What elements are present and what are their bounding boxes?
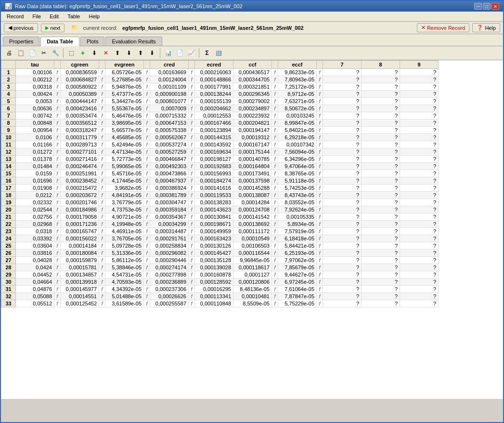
cell-evgreen[interactable]: 5,42494e-05 — [105, 141, 144, 148]
cell-eccf[interactable]: 9,47064e-05 — [278, 163, 317, 170]
cell-tau[interactable]: 0,01696 — [16, 177, 54, 185]
cell-cred[interactable]: 0,000296082 — [150, 250, 189, 257]
cell-evgreen[interactable]: 5,99065e-05 — [105, 163, 144, 170]
cell-evgreen[interactable]: 5,31336e-05 — [105, 250, 144, 257]
cell-8[interactable]: ? — [362, 134, 400, 141]
cell-eccf[interactable]: 8,9712e-05 — [278, 91, 317, 98]
cell-8[interactable]: ? — [362, 264, 400, 271]
cell-evgreen[interactable]: 5,55367e-05 — [105, 105, 144, 112]
cell-8[interactable]: ? — [362, 199, 400, 206]
cell-eccf[interactable]: 8,50672e-05 — [278, 105, 317, 112]
cell-7[interactable]: ? — [323, 278, 362, 286]
cell-9[interactable]: ? — [400, 221, 439, 228]
cell-eccf[interactable]: 7,25172e-05 — [278, 83, 317, 91]
cell-ccf[interactable]: 0,00106503 — [233, 242, 272, 250]
select-icon[interactable]: ⬚ — [66, 48, 77, 58]
cell-ecred[interactable]: 0,000156993 — [195, 170, 233, 177]
table-row[interactable]: 300,04664f0,000139918f4,70593e-05f0,0002… — [1, 278, 439, 286]
cell-ccf[interactable]: 0,000116544 — [233, 250, 272, 257]
cell-cgreen[interactable]: 0,000184986 — [61, 206, 99, 213]
cell-cgreen[interactable]: 0,000134857 — [61, 271, 99, 278]
cell-cgreen[interactable]: 0,000353474 — [61, 112, 99, 119]
cell-8[interactable]: ? — [362, 228, 400, 235]
cell-7[interactable]: ? — [323, 257, 362, 264]
cell-cred[interactable]: 0,000467937 — [150, 177, 189, 185]
chart-icon[interactable]: 📊 — [163, 48, 173, 58]
cell-cred[interactable]: 0,000492303 — [150, 163, 189, 170]
cell-tau[interactable]: 0,01166 — [16, 141, 54, 148]
cell-evgreen[interactable]: 3,61589e-05 — [105, 300, 144, 307]
cell-8[interactable]: ? — [362, 148, 400, 156]
cell-ccf[interactable]: 0,000223932 — [233, 112, 272, 119]
cell-evgreen[interactable]: 5,45716e-05 — [105, 170, 144, 177]
remove-record-button[interactable]: ✕ Remove Record — [417, 23, 469, 32]
cell-tau[interactable]: 0,03816 — [16, 250, 54, 257]
cell-eccf[interactable]: 9,44627e-05 — [278, 271, 317, 278]
cell-cgreen[interactable]: 0,000444147 — [61, 98, 99, 105]
cell-cgreen[interactable]: 0,000201746 — [61, 199, 99, 206]
cell-9[interactable]: ? — [400, 228, 439, 235]
minimize-button[interactable]: ─ — [474, 3, 482, 10]
menu-record[interactable]: Record — [3, 13, 27, 20]
cell-8[interactable]: ? — [362, 170, 400, 177]
cell-cgreen[interactable]: 0,000125452 — [61, 300, 99, 307]
cell-tau[interactable]: 0,00954 — [16, 127, 54, 134]
cell-cred[interactable]: 0,000900198 — [150, 91, 189, 98]
move-up-icon[interactable]: ⬆ — [112, 48, 123, 58]
cell-tau[interactable]: 0,04664 — [16, 278, 54, 286]
cell-ecred[interactable]: 0,000119533 — [195, 192, 233, 199]
cell-9[interactable]: ? — [400, 213, 439, 221]
table-row[interactable]: 60,00636f0,000423416f5,55367e-05f0,00070… — [1, 105, 439, 112]
cell-cgreen[interactable]: 0,000156022 — [61, 235, 99, 242]
cell-ecred[interactable]: 0,000144315 — [195, 134, 233, 141]
next-button[interactable]: ▶ next — [41, 24, 65, 32]
cell-cred[interactable]: 0,000801077 — [150, 98, 189, 105]
cell-tau[interactable]: 0,02544 — [16, 206, 54, 213]
cell-ccf[interactable]: 0,00010549 — [233, 235, 272, 242]
cell-7[interactable]: ? — [323, 69, 362, 76]
cell-ccf[interactable]: 8,48136e-05 — [233, 286, 272, 293]
cell-evgreen[interactable]: 3,9682e-05 — [105, 185, 144, 192]
cell-ccf[interactable]: 0,000279002 — [233, 98, 272, 105]
cell-cgreen[interactable]: 0,000311779 — [61, 134, 99, 141]
table-row[interactable]: 130,01378f0,000271416f5,72773e-05f0,0004… — [1, 156, 439, 163]
cell-eccf[interactable]: 8,03552e-05 — [278, 199, 317, 206]
cell-ecred[interactable]: 0,000198127 — [195, 156, 233, 163]
cell-tau[interactable]: 0,0106 — [16, 134, 54, 141]
cell-tau[interactable]: 0,00848 — [16, 119, 54, 127]
cell-7[interactable]: ? — [323, 141, 362, 148]
cell-9[interactable]: ? — [400, 163, 439, 170]
cell-7[interactable]: ? — [323, 105, 362, 112]
cell-ecred[interactable]: 0,000138244 — [195, 91, 233, 98]
cell-8[interactable]: ? — [362, 141, 400, 148]
cell-9[interactable]: ? — [400, 206, 439, 213]
cell-7[interactable]: ? — [323, 177, 362, 185]
cell-7[interactable]: ? — [323, 228, 362, 235]
cell-ecred[interactable]: 0,000177991 — [195, 83, 233, 91]
tool-icon[interactable]: 🔧 — [50, 48, 61, 58]
cell-ecred[interactable]: 0,000113341 — [195, 293, 233, 300]
cell-evgreen[interactable]: 4,47134e-05 — [105, 148, 144, 156]
cell-ccf[interactable]: 0,000344705 — [233, 76, 272, 83]
cell-evgreen[interactable]: 4,17445e-05 — [105, 177, 144, 185]
tab-evaluation-results[interactable]: Evaluation Results — [105, 37, 162, 46]
cell-evgreen[interactable]: 4,90721e-05 — [105, 213, 144, 221]
cell-8[interactable]: ? — [362, 271, 400, 278]
cell-9[interactable]: ? — [400, 76, 439, 83]
cell-evgreen[interactable]: 5,34427e-05 — [105, 98, 144, 105]
cell-cgreen[interactable]: 0,00014184 — [61, 242, 99, 250]
cell-evgreen[interactable]: 4,34392e-05 — [105, 286, 144, 293]
cell-9[interactable]: ? — [400, 170, 439, 177]
cell-9[interactable]: ? — [400, 199, 439, 206]
cell-ccf[interactable]: 0,000204821 — [233, 119, 272, 127]
cell-eccf[interactable]: 5,75229e-05 — [278, 300, 317, 307]
cell-cgreen[interactable]: 0,000246474 — [61, 163, 99, 170]
cell-7[interactable]: ? — [323, 185, 362, 192]
cell-eccf[interactable]: 7,97062e-05 — [278, 257, 317, 264]
graph-icon[interactable]: 📈 — [186, 48, 196, 58]
cell-eccf[interactable]: 7,56094e-05 — [278, 148, 317, 156]
cell-tau[interactable]: 0,01378 — [16, 156, 54, 163]
cell-tau[interactable]: 0,03604 — [16, 242, 54, 250]
table-row[interactable]: 50,0053f0,000444147f5,34427e-05f0,000801… — [1, 98, 439, 105]
table-row[interactable]: 110,01166f0,000289713f5,42494e-05f0,0005… — [1, 141, 439, 148]
